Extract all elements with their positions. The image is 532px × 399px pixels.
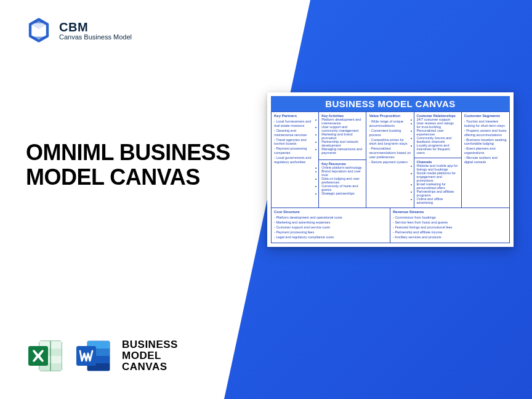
list-item: Remote workers and digital nomads (464, 156, 507, 164)
list-item: User support and community management (321, 125, 363, 132)
cell-cost-structure: Cost Structure Platform development and … (272, 208, 390, 243)
list-item: Wide range of unique accommodations (369, 119, 411, 128)
file-label-line: CANVAS (122, 361, 178, 373)
cell-channels: Channels Website and mobile app for list… (414, 158, 461, 208)
list-item: Community forums and feedback channels (417, 136, 459, 143)
hexagon-icon (26, 17, 52, 43)
cell-title: Key Partners (274, 114, 316, 118)
list-item: Competitive prices for short and long-te… (369, 138, 411, 147)
list-item: Website and mobile app for listings and … (417, 164, 459, 171)
list-item: Email marketing for personalized offers (417, 182, 459, 190)
file-label-line: BUSINESS (122, 339, 178, 350)
cell-key-activities: Key Activities Platform development and … (319, 112, 366, 160)
list-item: Marketing and brand promotion (321, 132, 363, 140)
list-item: Data on lodging and user preferences (321, 177, 363, 184)
list-item: Tourists and travelers looking for short… (464, 119, 507, 128)
list-item: Platform development and operational cos… (274, 216, 387, 220)
brand-logo: CBM Canvas Business Model (26, 17, 132, 43)
list-item: Travel agencies and tourism boards (274, 138, 316, 147)
list-item: Convenient booking process (369, 129, 411, 137)
file-label-line: MODEL (122, 350, 178, 361)
list-item: Cleaning and maintenance services (274, 129, 316, 137)
cell-title: Revenue Streams (393, 210, 507, 214)
list-item: Online and offline advertising (417, 197, 459, 204)
list-item: Partnerships and affiliate programs (417, 190, 459, 197)
list-item: Community of hosts and guests (321, 184, 363, 191)
list-item: Payment processing companies (274, 147, 316, 155)
cell-title: Cost Structure (274, 210, 387, 214)
cell-key-resources: Key Resources Online platform technology… (319, 160, 366, 208)
list-item: Local homeowners and real estate investo… (274, 119, 316, 128)
list-item: Event planners and organizations (464, 147, 507, 155)
list-item: Ancillary services and products (393, 235, 507, 240)
cell-customer-segments: Customer Segments Tourists and travelers… (462, 112, 509, 208)
list-item: Partnership and affiliate income (393, 230, 507, 235)
canvas-grid: Key Partners Local homeowners and real e… (271, 111, 510, 243)
word-icon (74, 336, 113, 376)
svg-rect-14 (76, 346, 96, 366)
list-item: Strategic partnerships (321, 191, 363, 195)
canvas-preview-card: BUSINESS MODEL CANVAS Key Partners Local… (267, 92, 514, 247)
list-item: Featured listings and promotional fees (393, 225, 507, 230)
list-item: Local governments and regulatory authori… (274, 156, 316, 164)
list-item: Platform development and maintenance (321, 118, 363, 125)
col-relationships-channels: Customer Relationships 24/7 customer sup… (414, 112, 462, 208)
col-activities-resources: Key Activities Platform development and … (319, 112, 366, 208)
list-item: User reviews and ratings for trust-build… (417, 121, 459, 129)
list-item: Partnership and network development (321, 140, 363, 147)
cell-value-proposition: Value Proposition Wide range of unique a… (366, 112, 414, 208)
list-item: Brand reputation and user trust (321, 169, 363, 177)
list-item: Marketing and advertising expenses (274, 220, 387, 225)
brand-abbr: CBM (59, 20, 132, 34)
cell-key-partners: Key Partners Local homeowners and real e… (272, 112, 319, 208)
list-item: Commission from bookings (393, 216, 507, 220)
list-item: Customer support and service costs (274, 225, 387, 230)
list-item: Personalized recommendations based on us… (369, 147, 411, 159)
cell-title: Customer Segments (464, 114, 507, 118)
file-label: BUSINESS MODEL CANVAS (122, 339, 178, 373)
cell-customer-relationships: Customer Relationships 24/7 customer sup… (414, 112, 461, 158)
list-item: Legal and regulatory compliance costs (274, 235, 387, 240)
list-item: Property owners and hosts offering accom… (464, 129, 507, 137)
canvas-header: BUSINESS MODEL CANVAS (271, 96, 510, 111)
list-item: Social media platforms for engagement an… (417, 171, 459, 182)
list-item: Payment processing fees (274, 230, 387, 235)
brand-name: Canvas Business Model (59, 33, 132, 41)
page-title: OMNIML BUSINESS MODEL CANVAS (26, 140, 260, 189)
list-item: Secure payment system (369, 160, 411, 164)
cell-revenue-streams: Revenue Streams Commission from bookings… (390, 208, 509, 243)
list-item: Managing transactions and payments (321, 147, 363, 155)
cell-title: Value Proposition (369, 114, 411, 118)
list-item: Personalized user experiences (417, 129, 459, 136)
list-item: Service fees from hosts and guests (393, 220, 507, 225)
excel-icon (26, 336, 65, 376)
list-item: Business travelers seeking comfortable l… (464, 138, 507, 147)
list-item: Loyalty programs and incentives for freq… (417, 143, 459, 155)
file-format-icons: BUSINESS MODEL CANVAS (26, 336, 178, 376)
